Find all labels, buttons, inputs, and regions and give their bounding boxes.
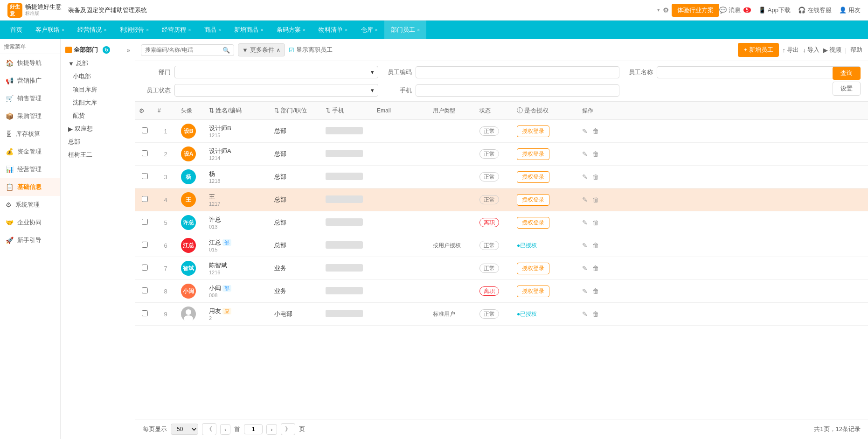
tree-item-shenyang[interactable]: 沈阳大库 (61, 96, 135, 109)
tab-new-goods[interactable]: 新增商品 × (228, 21, 270, 39)
auth-btn[interactable]: 授权登录 (517, 148, 549, 160)
tree-item-twin-dream[interactable]: ▶ 双座想 (61, 122, 135, 135)
sidebar-search-input[interactable] (4, 43, 61, 50)
message-btn[interactable]: 💬 消息 5 (719, 6, 751, 14)
edit-icon[interactable]: ✎ (582, 173, 588, 181)
tab-operations[interactable]: 经营情况 × (71, 21, 113, 39)
tab-close-dept-staff[interactable]: × (417, 27, 420, 33)
sidebar-item-purchase[interactable]: 📦 采购管理 (0, 107, 60, 125)
tab-history[interactable]: 经营历程 × (155, 21, 197, 39)
row-check[interactable] (135, 234, 154, 257)
tree-item-small-elec[interactable]: 小电部 (61, 70, 135, 83)
row-check[interactable] (135, 303, 154, 326)
row-checkbox[interactable] (142, 265, 148, 271)
tab-goods[interactable]: 商品 × (198, 21, 228, 39)
tab-dept-staff[interactable]: 部门员工 × (384, 21, 426, 39)
tab-close-customer[interactable]: × (62, 27, 64, 33)
edit-icon[interactable]: ✎ (582, 127, 588, 135)
auth-btn[interactable]: 授权登录 (517, 217, 549, 229)
tab-close-history[interactable]: × (188, 27, 191, 33)
row-checkbox[interactable] (142, 219, 148, 225)
tab-close-warehouse[interactable]: × (375, 27, 378, 33)
col-settings[interactable]: ⚙ (135, 102, 154, 120)
last-page-btn[interactable]: 》 (281, 423, 295, 435)
sidebar-item-system[interactable]: ⚙ 系统管理 (0, 196, 60, 214)
tree-item-general[interactable]: ▼ 总部 (61, 57, 135, 70)
per-page-select[interactable]: 50 20 100 (171, 424, 198, 435)
row-check[interactable] (135, 257, 154, 280)
sys-dropdown-icon[interactable]: ▾ (657, 7, 660, 13)
sidebar-item-basic-info[interactable]: 📋 基础信息 (0, 178, 60, 196)
edit-icon[interactable]: ✎ (582, 287, 588, 295)
view-btn[interactable]: ▶ 视频 (823, 46, 841, 54)
tab-home[interactable]: 首页 (4, 21, 29, 39)
tree-collapse-btn[interactable]: » (127, 47, 130, 54)
auth-btn[interactable]: 授权登录 (517, 194, 549, 206)
tab-close-operations[interactable]: × (104, 27, 106, 33)
search-input[interactable] (145, 47, 220, 53)
sidebar-item-inventory[interactable]: 🗄 库存核算 (0, 125, 60, 143)
gear-icon[interactable]: ⚙ (663, 6, 669, 14)
auth-btn[interactable]: 授权登录 (517, 286, 549, 297)
edit-icon[interactable]: ✎ (582, 310, 588, 318)
delete-icon[interactable]: 🗑 (592, 127, 599, 135)
add-employee-btn[interactable]: + 新增员工 (738, 43, 778, 57)
tab-customer[interactable]: 客户联络 × (29, 21, 71, 39)
row-check[interactable] (135, 211, 154, 234)
sidebar-item-collab[interactable]: 🤝 企业协同 (0, 214, 60, 231)
auth-btn[interactable]: 授权登录 (517, 171, 549, 183)
sidebar-item-guide[interactable]: 🚀 新手引导 (0, 231, 60, 249)
auth-btn[interactable]: 授权登录 (517, 125, 549, 137)
sort-icon-dept[interactable]: ⇅ (274, 107, 279, 114)
row-checkbox[interactable] (142, 287, 148, 293)
row-checkbox[interactable] (142, 242, 148, 248)
sort-icon-phone[interactable]: ⇅ (326, 107, 331, 114)
query-btn[interactable]: 查询 (833, 67, 861, 80)
prev-page-btn[interactable]: ‹ (220, 424, 230, 435)
sidebar-item-marketing[interactable]: 📢 营销推广 (0, 72, 60, 90)
auth-btn[interactable]: 授权登录 (517, 263, 549, 274)
sort-icon-name[interactable]: ⇅ (209, 107, 214, 114)
delete-icon[interactable]: 🗑 (592, 196, 599, 203)
dept-select[interactable]: ▾ (174, 66, 378, 78)
row-checkbox[interactable] (142, 173, 148, 179)
import-btn[interactable]: ↓ 导入 (803, 46, 819, 54)
tab-barcode[interactable]: 条码方案 × (270, 21, 312, 39)
sidebar-item-operations[interactable]: 📊 经营管理 (0, 160, 60, 178)
show-resigned-toggle[interactable]: ☑ 显示离职员工 (289, 46, 333, 54)
user-btn[interactable]: 👤 用友 (839, 6, 861, 14)
delete-icon[interactable]: 🗑 (592, 219, 599, 226)
edit-icon[interactable]: ✎ (582, 265, 588, 272)
search-icon[interactable]: 🔍 (222, 47, 230, 54)
row-check[interactable] (135, 166, 154, 188)
tab-profit[interactable]: 利润报告 × (113, 21, 155, 39)
emp-name-input[interactable] (657, 66, 861, 78)
delete-icon[interactable]: 🗑 (592, 287, 599, 295)
online-service-btn[interactable]: 🎧 在线客服 (798, 6, 832, 14)
row-checkbox[interactable] (142, 310, 148, 316)
delete-icon[interactable]: 🗑 (592, 242, 599, 249)
more-filters-btn[interactable]: ▼ 更多条件 ∧ (238, 43, 285, 56)
row-check[interactable] (135, 188, 154, 211)
row-check[interactable] (135, 280, 154, 303)
tree-item-general2[interactable]: 总部 (61, 135, 135, 148)
phone-input[interactable] (416, 84, 619, 97)
sidebar-item-finance[interactable]: 💰 资金管理 (0, 143, 60, 160)
first-page-btn[interactable]: 《 (202, 423, 216, 435)
setting-btn[interactable]: 设置 (833, 82, 861, 96)
tab-close-materials[interactable]: × (345, 27, 347, 33)
delete-icon[interactable]: 🗑 (592, 310, 599, 318)
help-btn[interactable]: 帮助 (850, 46, 862, 54)
delete-icon[interactable]: 🗑 (592, 150, 599, 158)
row-check[interactable] (135, 120, 154, 143)
row-checkbox[interactable] (142, 196, 148, 202)
tab-close-profit[interactable]: × (146, 27, 149, 33)
edit-icon[interactable]: ✎ (582, 242, 588, 249)
emp-code-input[interactable] (416, 66, 619, 78)
row-check[interactable] (135, 143, 154, 166)
emp-status-select[interactable]: ▾ (174, 84, 378, 97)
sidebar-item-quick-nav[interactable]: 🏠 快捷导航 (0, 54, 60, 72)
tab-close-new-goods[interactable]: × (260, 27, 263, 33)
delete-icon[interactable]: 🗑 (592, 173, 599, 181)
tree-refresh-icon[interactable]: ↻ (103, 46, 110, 54)
